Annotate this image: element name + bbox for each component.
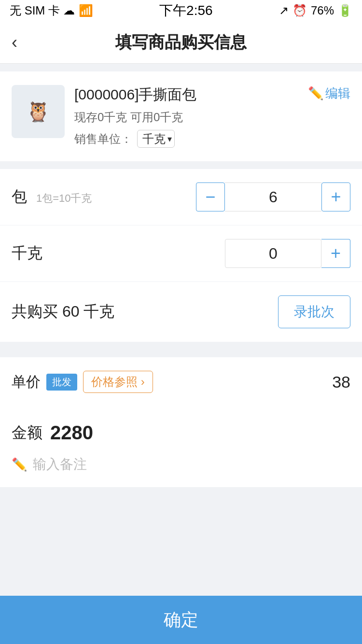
package-plus-button[interactable]: + [321,182,350,211]
edit-icon: ✏️ [308,86,323,101]
product-name: [0000006]手撕面包 [74,85,196,105]
price-row: 单价 批发 价格参照 › 38 [12,371,350,393]
divider-2 [0,342,362,350]
status-bar: 无 SIM 卡 ☁ 📶 下午2:56 ↗ ⏰ 76% 🔋 [0,0,362,21]
total-text: 共购买 60 千克 [12,301,114,322]
product-info: [0000006]手撕面包 ✏️ 编辑 现存0千克 可用0千克 销售单位： 千克 [74,85,350,148]
total-row: 共购买 60 千克 录批次 [0,282,362,342]
price-section: 单价 批发 价格参照 › 38 [0,357,362,408]
batch-button[interactable]: 录批次 [278,295,350,328]
kg-row: 千克 + [0,225,362,282]
product-card: 🦉 [0000006]手撕面包 ✏️ 编辑 现存0千克 可用0千克 销售单位： … [0,71,362,161]
price-reference-button[interactable]: 价格参照 › [83,371,153,393]
note-placeholder: 输入备注 [33,455,87,474]
amount-label: 金额 [12,422,42,444]
kg-input[interactable] [225,239,321,268]
nav-bar: ‹ 填写商品购买信息 [0,21,362,64]
back-button[interactable]: ‹ [12,32,17,53]
amount-value: 2280 [50,422,93,444]
package-label: 包 1包=10千克 [12,186,196,208]
kg-label: 千克 [12,243,225,264]
price-left: 单价 批发 价格参照 › [12,371,153,393]
edit-button[interactable]: ✏️ 编辑 [308,85,350,102]
input-section: 包 1包=10千克 − + 千克 + [0,169,362,282]
amount-white: 金额 2280 ✏️ 输入备注 [0,408,362,487]
product-logo: 🦉 [26,100,50,123]
wifi-icon: 📶 [79,4,93,17]
location-icon: ↗ [279,4,289,17]
package-input[interactable] [225,182,321,211]
package-label-text: 包 [12,188,27,205]
price-value: 38 [332,373,350,392]
package-minus-button[interactable]: − [196,182,225,211]
divider-1 [0,161,362,169]
package-controls: − + [196,182,350,211]
note-icon: ✏️ [12,457,27,472]
price-label: 单价 [12,372,41,392]
confirm-button[interactable]: 确定 [0,596,362,644]
status-time: 下午2:56 [159,1,213,20]
kg-plus-button[interactable]: + [321,239,350,268]
unit-select[interactable]: 千克 [137,130,175,148]
note-row[interactable]: ✏️ 输入备注 [12,455,350,487]
unit-selector-wrapper[interactable]: 千克 [132,130,175,148]
package-hint: 1包=10千克 [36,192,92,204]
product-unit-row: 销售单位： 千克 [74,130,350,148]
kg-controls: + [225,239,350,268]
wholesale-badge: 批发 [46,374,77,391]
unit-label: 销售单位： [74,131,132,147]
edit-label: 编辑 [325,85,350,102]
sim-text: 无 SIM 卡 ☁ [10,3,75,18]
status-left: 无 SIM 卡 ☁ 📶 [10,3,93,18]
alarm-icon: ⏰ [292,4,307,17]
status-right: ↗ ⏰ 76% 🔋 [279,4,352,17]
product-stock: 现存0千克 可用0千克 [74,110,350,125]
amount-row: 金额 2280 [12,422,350,455]
product-image: 🦉 [12,85,65,138]
page-title: 填写商品购买信息 [115,31,247,54]
battery-text: 76% [311,4,334,17]
package-row: 包 1包=10千克 − + [0,169,362,225]
battery-icon: 🔋 [338,4,352,17]
